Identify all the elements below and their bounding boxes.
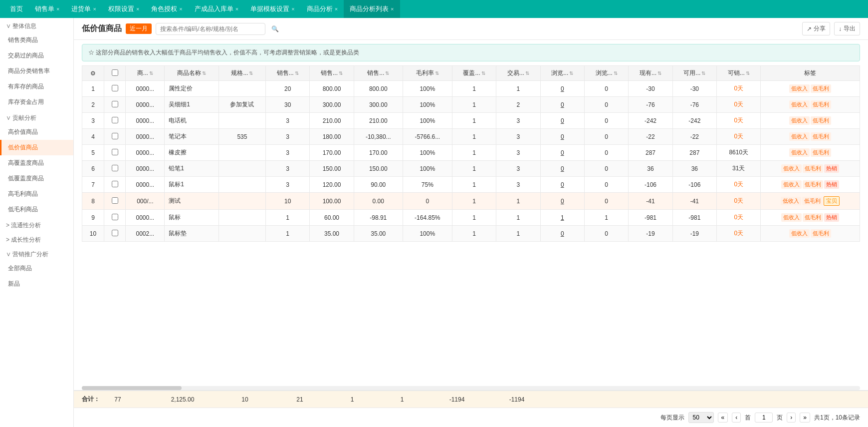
cell-name: 鼠标1 — [165, 177, 219, 193]
nav-home[interactable]: 首页 — [4, 0, 29, 18]
col-views1[interactable]: 浏览...⇅ — [540, 66, 584, 81]
col-coverage[interactable]: 覆盖...⇅ — [452, 66, 496, 81]
sidebar-group-contribution[interactable]: ∨ 贡献分析 — [0, 110, 73, 124]
nav-permission[interactable]: 权限设置 × — [102, 0, 145, 18]
page-input[interactable] — [755, 413, 773, 423]
sidebar-item-traded[interactable]: 交易过的商品 — [0, 48, 73, 63]
sidebar-item-low-coverage[interactable]: 低覆盖度商品 — [0, 171, 73, 186]
row-checkbox[interactable] — [112, 197, 118, 204]
nav-product-instock[interactable]: 产成品入库单 × — [189, 0, 244, 18]
sidebar-item-high-coverage[interactable]: 高覆盖度商品 — [0, 155, 73, 171]
nav-close-purchase[interactable]: × — [93, 6, 96, 12]
sidebar-item-low-value[interactable]: 低价值商品 — [0, 140, 73, 155]
row-checkbox[interactable] — [112, 117, 118, 123]
sidebar-item-sales-products[interactable]: 销售类商品 — [0, 32, 73, 48]
last-page-button[interactable]: » — [800, 413, 810, 423]
sidebar-item-all-products[interactable]: 全部商品 — [0, 261, 73, 276]
scrollbar-thumb[interactable] — [82, 386, 182, 390]
cell-checkbox[interactable] — [104, 145, 125, 161]
col-transactions[interactable]: 交易...⇅ — [496, 66, 540, 81]
row-checkbox[interactable] — [112, 149, 118, 155]
row-checkbox[interactable] — [112, 230, 118, 236]
nav-product-analysis[interactable]: 商品分析 × — [301, 0, 344, 18]
col-name[interactable]: 商品名称⇅ — [165, 66, 219, 81]
export-button[interactable]: ↓ 导出 — [834, 22, 860, 35]
sidebar-group-marketing[interactable]: ∨ 营销推广分析 — [0, 246, 73, 261]
sidebar-item-stock-products[interactable]: 有库存的商品 — [0, 79, 73, 94]
cell-views1[interactable]: 0 — [540, 129, 584, 145]
row-checkbox[interactable] — [112, 165, 118, 171]
horizontal-scrollbar[interactable] — [82, 386, 860, 390]
row-checkbox[interactable] — [112, 85, 118, 91]
nav-analysis-list[interactable]: 商品分析列表 × — [344, 0, 400, 18]
sidebar-item-new-products[interactable]: 新品 — [0, 276, 73, 292]
cell-views1[interactable]: 1 — [540, 210, 584, 226]
select-all-checkbox[interactable] — [112, 69, 118, 76]
cell-checkbox[interactable] — [104, 81, 125, 97]
cell-views1[interactable]: 0 — [540, 113, 584, 129]
row-checkbox[interactable] — [112, 133, 118, 139]
nav-close-permission[interactable]: × — [136, 6, 139, 12]
sidebar-item-high-profit[interactable]: 高毛利商品 — [0, 186, 73, 202]
nav-close-role[interactable]: × — [179, 6, 182, 12]
col-sales-qty[interactable]: 销售...⇅ — [265, 66, 309, 81]
share-button[interactable]: ↗ 分享 — [802, 22, 830, 35]
row-checkbox[interactable] — [112, 181, 118, 187]
row-checkbox[interactable] — [112, 101, 118, 107]
col-gross-rate[interactable]: 毛利率⇅ — [403, 66, 452, 81]
nav-template[interactable]: 单据模板设置 × — [244, 0, 300, 18]
col-code[interactable]: 商...⇅ — [126, 66, 165, 81]
table-container[interactable]: ⚙ 商...⇅ 商品名称⇅ 规格...⇅ 销售...⇅ 销售...⇅ 销售...… — [74, 65, 868, 386]
col-sellable[interactable]: 可销...⇅ — [717, 66, 761, 81]
sidebar-group-growth[interactable]: > 成长性分析 — [0, 232, 73, 246]
col-spec[interactable]: 规格...⇅ — [218, 66, 265, 81]
sidebar-item-low-profit[interactable]: 低毛利商品 — [0, 202, 73, 217]
cell-checkbox[interactable] — [104, 113, 125, 129]
first-page-button[interactable]: « — [718, 413, 728, 423]
cell-sales-amount: 100.00 — [310, 193, 354, 210]
gear-icon[interactable]: ⚙ — [90, 70, 96, 77]
col-sales-gross[interactable]: 销售...⇅ — [354, 66, 403, 81]
sidebar-item-stock-capital[interactable]: 库存资金占用 — [0, 94, 73, 110]
prev-page-button[interactable]: ‹ — [732, 413, 741, 423]
nav-close-template[interactable]: × — [291, 6, 294, 12]
cell-views1[interactable]: 0 — [540, 81, 584, 97]
cell-checkbox[interactable] — [104, 210, 125, 226]
cell-views1[interactable]: 0 — [540, 177, 584, 193]
cell-code: 0002... — [126, 226, 165, 242]
cell-checkbox[interactable] — [104, 161, 125, 177]
cell-checkbox[interactable] — [104, 177, 125, 193]
cell-checkbox[interactable] — [104, 193, 125, 210]
nav-close-product-instock[interactable]: × — [235, 6, 238, 12]
nav-close-sales[interactable]: × — [56, 6, 59, 12]
period-tag[interactable]: 近一月 — [126, 23, 152, 34]
page-size-select[interactable]: 50 100 200 — [688, 412, 714, 423]
cell-views1[interactable]: 0 — [540, 193, 584, 210]
cell-checkbox[interactable] — [104, 97, 125, 113]
col-views2[interactable]: 浏览...⇅ — [584, 66, 628, 81]
sidebar-item-category-rate[interactable]: 商品分类销售率 — [0, 63, 73, 79]
nav-purchase[interactable]: 进货单 × — [65, 0, 102, 18]
nav-sales[interactable]: 销售单 × — [29, 0, 65, 18]
col-current-stock[interactable]: 现有...⇅ — [629, 66, 672, 81]
row-checkbox[interactable] — [112, 214, 118, 220]
cell-checkbox[interactable] — [104, 129, 125, 145]
cell-views1[interactable]: 0 — [540, 145, 584, 161]
sidebar-group-liquidity[interactable]: > 流通性分析 — [0, 217, 73, 232]
cell-views1[interactable]: 0 — [540, 226, 584, 242]
nav-close-analysis-list[interactable]: × — [391, 6, 394, 12]
cell-views1[interactable]: 0 — [540, 97, 584, 113]
cell-checkbox[interactable] — [104, 226, 125, 242]
search-input[interactable] — [156, 23, 265, 35]
nav-role[interactable]: 角色授权 × — [145, 0, 188, 18]
col-checkbox[interactable] — [104, 66, 125, 81]
col-sales-amount[interactable]: 销售...⇅ — [310, 66, 354, 81]
sidebar-group-overall[interactable]: ∨ 整体信息 — [0, 18, 73, 32]
nav-close-product-analysis[interactable]: × — [335, 6, 338, 12]
col-available[interactable]: 可用...⇅ — [672, 66, 716, 81]
search-icon[interactable]: 🔍 — [271, 25, 279, 32]
col-settings[interactable]: ⚙ — [82, 66, 104, 81]
cell-views1[interactable]: 0 — [540, 161, 584, 177]
next-page-button[interactable]: › — [787, 413, 796, 423]
sidebar-item-high-value[interactable]: 高价值商品 — [0, 124, 73, 140]
